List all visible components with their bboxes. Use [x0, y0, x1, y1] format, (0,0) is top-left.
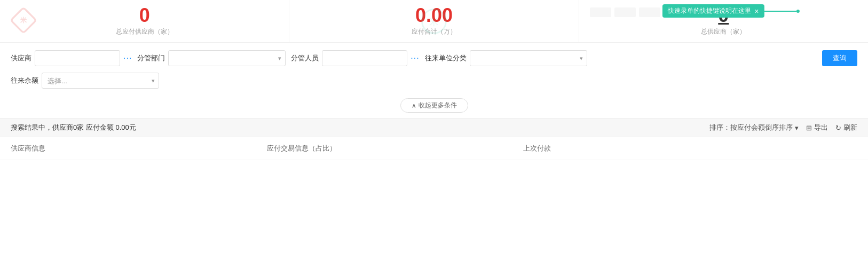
- person-input[interactable]: [322, 50, 407, 66]
- refresh-label: 刷新: [843, 123, 857, 132]
- total-payable-vendors-value: 0: [139, 6, 150, 25]
- results-bar: 搜索结果中，供应商0家 应付金额 0.00元 排序：按应付会额倒序排序 ▾ ⊞ …: [0, 119, 868, 137]
- col-header-last-pay: 上次付款: [523, 144, 857, 153]
- table-header: 供应商信息 应付交易信息（占比） 上次付款: [0, 137, 868, 160]
- collapse-button[interactable]: ∧ 收起更多条件: [400, 98, 468, 113]
- results-info: 搜索结果中，供应商0家 应付金额 0.00元: [11, 123, 136, 132]
- stats-bar: 米 0 总应付供应商（家） 米 0.00 应付合计（万） 快速录单的快捷键说明在…: [0, 0, 868, 43]
- balance-label: 往来余额: [11, 76, 38, 85]
- col-header-supplier: 供应商信息: [11, 144, 267, 153]
- table-body: [0, 160, 868, 275]
- tooltip-close-btn[interactable]: ×: [754, 7, 759, 15]
- unit-class-select-wrapper: ▾: [470, 50, 587, 66]
- dept-select-wrapper: ▾: [168, 50, 286, 66]
- person-label: 分管人员: [291, 53, 319, 63]
- filter-area: 供应商 ··· 分管部门 ▾ 分管人员 ··· 往来单位分类: [0, 43, 868, 119]
- balance-field: 往来余额 选择... ▾: [11, 73, 159, 89]
- stat-total-vendors: 快速录单的快捷键说明在这里 × 0 总供应商（家）: [579, 0, 868, 42]
- sort-label: 排序：按应付会额倒序排序: [709, 123, 793, 132]
- supplier-more-btn[interactable]: ···: [123, 53, 132, 63]
- col-header-payable: 应付交易信息（占比）: [267, 144, 523, 153]
- total-payable-vendors-label: 总应付供应商（家）: [116, 27, 173, 36]
- unit-class-select[interactable]: [470, 50, 587, 66]
- dept-field: 分管部门 ▾: [137, 50, 286, 66]
- person-field: 分管人员 ···: [291, 50, 419, 66]
- svg-text:米: 米: [20, 17, 27, 24]
- refresh-button[interactable]: ↻ 刷新: [835, 123, 857, 132]
- sort-button[interactable]: 排序：按应付会额倒序排序 ▾: [709, 123, 799, 132]
- sort-chevron-icon: ▾: [795, 124, 799, 132]
- collapse-label: 收起更多条件: [419, 101, 457, 110]
- supplier-field: 供应商 ···: [11, 50, 132, 66]
- svg-text:米: 米: [429, 16, 439, 27]
- refresh-icon: ↻: [835, 124, 841, 132]
- dept-label: 分管部门: [137, 53, 165, 63]
- export-icon: ⊞: [806, 124, 812, 132]
- export-button[interactable]: ⊞ 导出: [806, 123, 828, 132]
- unit-class-label: 往来单位分类: [425, 53, 467, 63]
- tooltip-bubble: 快速录单的快捷键说明在这里 ×: [662, 4, 764, 18]
- filter-row-1: 供应商 ··· 分管部门 ▾ 分管人员 ··· 往来单位分类: [11, 50, 857, 66]
- query-button[interactable]: 查询: [822, 50, 857, 66]
- total-vendors-label: 总供应商（家）: [701, 27, 746, 36]
- dept-select[interactable]: [168, 50, 286, 66]
- results-actions: 排序：按应付会额倒序排序 ▾ ⊞ 导出 ↻ 刷新: [709, 123, 857, 132]
- supplier-label: 供应商: [11, 53, 31, 63]
- balance-select-wrapper: 选择... ▾: [42, 73, 159, 89]
- filter-row-2: 往来余额 选择... ▾: [11, 73, 857, 89]
- unit-class-field: 往来单位分类 ▾: [425, 50, 587, 66]
- tooltip-dot: [795, 9, 800, 14]
- collapse-up-icon: ∧: [412, 102, 416, 109]
- supplier-input[interactable]: [35, 50, 120, 66]
- stat-payable-total: 米 0.00 应付合计（万）: [289, 0, 579, 42]
- tooltip-text: 快速录单的快捷键说明在这里: [668, 6, 751, 15]
- person-more-btn[interactable]: ···: [411, 53, 419, 63]
- logo-icon: 米: [9, 5, 38, 35]
- collapse-bar: ∧ 收起更多条件: [11, 95, 857, 118]
- coin-icon: 米: [419, 6, 449, 36]
- stat-total-payable-vendors: 米 0 总应付供应商（家）: [0, 0, 289, 42]
- balance-select[interactable]: 选择...: [42, 73, 159, 89]
- export-label: 导出: [814, 123, 828, 132]
